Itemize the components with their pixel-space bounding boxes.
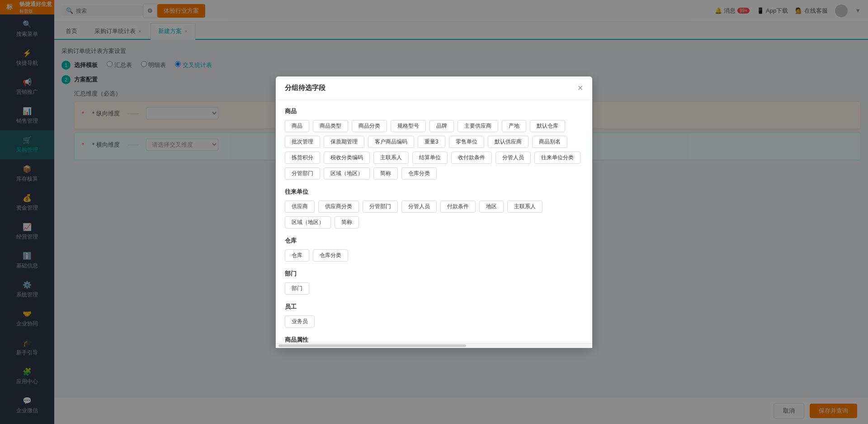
- field-tag[interactable]: 仓库分类: [313, 249, 348, 262]
- field-section-product-attr: 商品属性属性颜色多规格尺码鞋码1: [285, 336, 583, 343]
- field-tag[interactable]: 仓库: [285, 249, 309, 262]
- field-tags-product: 商品商品类型商品分类规格型号品牌主要供应商产地默认仓库批次管理保质期管理客户商品…: [285, 120, 583, 180]
- field-tag[interactable]: 区域（地区）: [285, 216, 331, 229]
- field-tags-employee: 业务员: [285, 315, 583, 328]
- field-tag[interactable]: 产地: [502, 120, 526, 132]
- field-tag[interactable]: 品牌: [429, 120, 454, 132]
- field-tag[interactable]: 分管部门: [285, 167, 320, 180]
- field-tag[interactable]: 仓库分类: [401, 167, 437, 180]
- modal-horizontal-scrollbar[interactable]: [276, 343, 592, 348]
- field-tag[interactable]: 简称: [335, 216, 359, 229]
- field-tag[interactable]: 供应商分类: [318, 200, 359, 213]
- field-tag[interactable]: 批次管理: [285, 136, 320, 148]
- modal-close-button[interactable]: ✕: [577, 84, 583, 92]
- field-tag[interactable]: 客户商品编码: [368, 136, 414, 148]
- modal-body[interactable]: 商品商品商品类型商品分类规格型号品牌主要供应商产地默认仓库批次管理保质期管理客户…: [276, 100, 592, 343]
- field-tag[interactable]: 地区: [479, 200, 504, 213]
- modal-overlay: 分组待选字段 ✕ 商品商品商品类型商品分类规格型号品牌主要供应商产地默认仓库批次…: [0, 0, 868, 424]
- field-tag[interactable]: 主联系人: [373, 152, 409, 164]
- field-tag[interactable]: 分管人员: [401, 200, 437, 213]
- field-tag[interactable]: 规格型号: [391, 120, 426, 132]
- field-tag[interactable]: 分管人员: [495, 152, 531, 164]
- field-section-partner: 往来单位供应商供应商分类分管部门分管人员付款条件地区主联系人区域（地区）简称: [285, 188, 583, 229]
- field-tag[interactable]: 默认仓库: [530, 120, 565, 132]
- modal-title: 分组待选字段: [285, 84, 326, 92]
- field-section-title-warehouse: 仓库: [285, 237, 583, 245]
- field-tag[interactable]: 结算单位: [412, 152, 448, 164]
- field-section-title-product: 商品: [285, 107, 583, 115]
- field-tag[interactable]: 主联系人: [507, 200, 542, 213]
- field-tag[interactable]: 付款条件: [440, 200, 476, 213]
- field-tag[interactable]: 往来单位分类: [534, 152, 580, 164]
- field-tag[interactable]: 分管部门: [363, 200, 398, 213]
- modal-dialog: 分组待选字段 ✕ 商品商品商品类型商品分类规格型号品牌主要供应商产地默认仓库批次…: [276, 76, 592, 348]
- field-tag[interactable]: 商品类型: [313, 120, 348, 132]
- field-section-product: 商品商品商品类型商品分类规格型号品牌主要供应商产地默认仓库批次管理保质期管理客户…: [285, 107, 583, 180]
- field-tag[interactable]: 区域（地区）: [324, 167, 370, 180]
- modal-header: 分组待选字段 ✕: [276, 76, 592, 100]
- field-section-title-department: 部门: [285, 270, 583, 278]
- field-tag[interactable]: 业务员: [285, 315, 315, 328]
- field-tag[interactable]: 部门: [285, 282, 309, 295]
- field-section-title-product-attr: 商品属性: [285, 336, 583, 343]
- field-tag[interactable]: 收付款条件: [451, 152, 492, 164]
- field-tag[interactable]: 商品分类: [352, 120, 387, 132]
- field-tag[interactable]: 供应商: [285, 200, 315, 213]
- field-tag[interactable]: 商品: [285, 120, 309, 132]
- field-tags-warehouse: 仓库仓库分类: [285, 249, 583, 262]
- field-tag[interactable]: 重量3: [418, 136, 445, 148]
- field-tag[interactable]: 商品别名: [532, 136, 567, 148]
- field-tag[interactable]: 默认供应商: [488, 136, 528, 148]
- field-section-title-employee: 员工: [285, 303, 583, 311]
- field-tag[interactable]: 主要供应商: [458, 120, 498, 132]
- field-tag[interactable]: 拣货积分: [285, 152, 320, 164]
- modal-hscroll-thumb: [278, 344, 466, 347]
- field-section-department: 部门部门: [285, 270, 583, 295]
- field-tag[interactable]: 税收分类编码: [324, 152, 370, 164]
- field-tag[interactable]: 简称: [373, 167, 398, 180]
- field-tag[interactable]: 保质期管理: [324, 136, 364, 148]
- field-section-warehouse: 仓库仓库仓库分类: [285, 237, 583, 262]
- field-tags-partner: 供应商供应商分类分管部门分管人员付款条件地区主联系人区域（地区）简称: [285, 200, 583, 229]
- field-section-title-partner: 往来单位: [285, 188, 583, 196]
- field-tags-department: 部门: [285, 282, 583, 295]
- field-section-employee: 员工业务员: [285, 303, 583, 328]
- field-tag[interactable]: 零售单位: [449, 136, 484, 148]
